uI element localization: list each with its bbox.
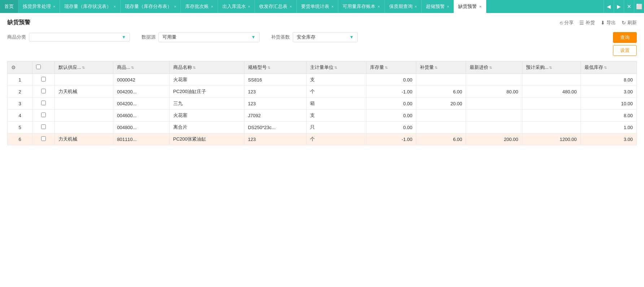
datasource-select[interactable]: 可用量 ▼ bbox=[158, 32, 260, 42]
close-tab-expiry[interactable]: × bbox=[415, 4, 417, 9]
cell-checkbox[interactable] bbox=[32, 110, 55, 122]
cell-index: 2 bbox=[8, 86, 32, 98]
cell-code: 004600... bbox=[113, 110, 169, 122]
sort-price-icon[interactable]: ⇅ bbox=[489, 66, 492, 70]
cell-latest-price: 80.00 bbox=[466, 86, 522, 98]
cell-stock: 0.00 bbox=[366, 110, 416, 122]
cell-min-stock: 3.00 bbox=[580, 86, 636, 98]
cell-index: 6 bbox=[8, 133, 32, 145]
row-checkbox[interactable] bbox=[41, 136, 46, 141]
row-checkbox[interactable] bbox=[41, 77, 46, 81]
sort-replenish-icon[interactable]: ⇅ bbox=[435, 66, 438, 70]
th-settings[interactable]: ⚙ bbox=[8, 61, 32, 74]
tab-collect[interactable]: 收发存汇总表 × bbox=[255, 0, 296, 13]
tab-stock-dist[interactable]: 现存量（库存分布表） × bbox=[121, 0, 181, 13]
cell-name: 火花塞 bbox=[169, 110, 244, 122]
cell-spec: 123 bbox=[244, 133, 306, 145]
table-row: 5 004800... 离合片 DS250*23c... 只 0.00 1.00 bbox=[8, 122, 637, 133]
table-row: 1 0000042 火花塞 SS816 支 0.00 8.00 bbox=[8, 74, 637, 86]
category-select[interactable]: ▼ bbox=[29, 33, 130, 41]
row-checkbox[interactable] bbox=[41, 89, 46, 93]
cell-checkbox[interactable] bbox=[32, 122, 55, 133]
cell-checkbox[interactable] bbox=[32, 74, 55, 86]
table-row: 3 004200... 三九 123 箱 0.00 20.00 10.00 bbox=[8, 98, 637, 110]
datasource-filter-group: 数据源 可用量 ▼ bbox=[142, 32, 260, 42]
page-header: 缺货预警 ⎋ 分享 ☰ 补货 ⬇ 导出 ↻ 刷新 bbox=[7, 19, 637, 26]
cell-spec: J7092 bbox=[244, 110, 306, 122]
tab-maximize-btn[interactable]: ⬜ bbox=[634, 0, 644, 13]
close-tab-batch[interactable]: × bbox=[211, 4, 213, 9]
header-actions: ⎋ 分享 ☰ 补货 ⬇ 导出 ↻ 刷新 bbox=[560, 19, 637, 26]
cell-min-stock: 1.00 bbox=[580, 122, 636, 133]
category-filter-group: 商品分类 ▼ bbox=[7, 33, 130, 41]
tab-home[interactable]: 首页 bbox=[0, 0, 18, 13]
cell-stock: 0.00 bbox=[366, 98, 416, 110]
th-checkbox[interactable] bbox=[32, 61, 55, 74]
sort-name-icon[interactable]: ⇅ bbox=[193, 66, 196, 70]
datasource-chevron-icon: ▼ bbox=[251, 35, 256, 40]
tab-next-btn[interactable]: ▶ bbox=[614, 0, 624, 13]
row-checkbox[interactable] bbox=[41, 112, 46, 117]
tab-exception[interactable]: 拣货异常处理 × bbox=[18, 0, 60, 13]
close-tab-flow[interactable]: × bbox=[248, 4, 250, 9]
tab-expiry[interactable]: 保质期查询 × bbox=[385, 0, 422, 13]
cell-supplier bbox=[55, 122, 113, 133]
tab-batch[interactable]: 库存批次账 × bbox=[181, 0, 218, 13]
export-button[interactable]: ⬇ 导出 bbox=[601, 19, 616, 26]
close-tab-available[interactable]: × bbox=[378, 4, 380, 9]
cell-est-purchase bbox=[522, 74, 580, 86]
cell-stock: -1.00 bbox=[366, 133, 416, 145]
cell-stock: 0.00 bbox=[366, 74, 416, 86]
sort-stock-icon[interactable]: ⇅ bbox=[385, 66, 388, 70]
close-tab-stock-dist[interactable]: × bbox=[174, 4, 176, 9]
tab-prev-btn[interactable]: ◀ bbox=[604, 0, 614, 13]
tab-close-all-btn[interactable]: ✕ bbox=[624, 0, 634, 13]
table-row: 6 力天机械 801110... PC200张紧油缸 123 个 -1.00 6… bbox=[8, 133, 637, 145]
sort-min-stock-icon[interactable]: ⇅ bbox=[604, 66, 607, 70]
cell-checkbox[interactable] bbox=[32, 86, 55, 98]
cell-unit: 个 bbox=[306, 86, 366, 98]
share-button[interactable]: ⎋ 分享 bbox=[560, 19, 574, 26]
close-tab-overstock[interactable]: × bbox=[447, 4, 449, 9]
close-tab-collect[interactable]: × bbox=[290, 4, 292, 9]
settings-button[interactable]: 设置 bbox=[613, 45, 637, 56]
tab-available[interactable]: 可用量库存账本 × bbox=[338, 0, 384, 13]
tab-order-stat[interactable]: 要货单统计表 × bbox=[297, 0, 338, 13]
cell-unit: 箱 bbox=[306, 98, 366, 110]
sort-supplier-icon[interactable]: ⇅ bbox=[82, 66, 85, 70]
row-checkbox[interactable] bbox=[41, 101, 46, 105]
settings-gear-icon[interactable]: ⚙ bbox=[11, 65, 16, 70]
sort-purchase-icon[interactable]: ⇅ bbox=[549, 66, 552, 70]
tab-overstock[interactable]: 超储预警 × bbox=[422, 0, 454, 13]
tab-shortage[interactable]: 缺货预警 × bbox=[454, 0, 486, 13]
cell-index: 1 bbox=[8, 74, 32, 86]
close-tab-order-stat[interactable]: × bbox=[331, 4, 334, 9]
cell-supplier: 力天机械 bbox=[55, 133, 113, 145]
close-tab-shortage[interactable]: × bbox=[479, 4, 481, 9]
sort-code-icon[interactable]: ⇅ bbox=[131, 66, 134, 70]
row-checkbox[interactable] bbox=[41, 124, 46, 129]
cell-checkbox[interactable] bbox=[32, 133, 55, 145]
cell-replenish: 6.00 bbox=[416, 86, 466, 98]
cell-index: 3 bbox=[8, 98, 32, 110]
replenish-button[interactable]: ☰ 补货 bbox=[579, 19, 595, 26]
refresh-button[interactable]: ↻ 刷新 bbox=[622, 19, 637, 26]
tab-bar: 首页 拣货异常处理 × 现存量（库存状况表） × 现存量（库存分布表） × 库存… bbox=[0, 0, 644, 13]
cell-unit: 个 bbox=[306, 133, 366, 145]
close-tab-exception[interactable]: × bbox=[53, 4, 55, 9]
query-button[interactable]: 查询 bbox=[613, 32, 637, 43]
th-stock: 库存量 ⇅ bbox=[366, 61, 416, 74]
tab-flow[interactable]: 出入库流水 × bbox=[218, 0, 255, 13]
sort-unit-icon[interactable]: ⇅ bbox=[334, 66, 337, 70]
sort-spec-icon[interactable]: ⇅ bbox=[267, 66, 270, 70]
cell-checkbox[interactable] bbox=[32, 98, 55, 110]
select-all-checkbox[interactable] bbox=[36, 65, 41, 69]
tab-stock-status[interactable]: 现存量（库存状况表） × bbox=[60, 0, 120, 13]
cell-code: 801110... bbox=[113, 133, 169, 145]
cell-est-purchase bbox=[522, 98, 580, 110]
close-tab-stock-status[interactable]: × bbox=[113, 4, 116, 9]
replenish-base-select[interactable]: 安全库存 ▼ bbox=[293, 32, 358, 42]
th-latest-price: 最新进价 ⇅ bbox=[466, 61, 522, 74]
th-name: 商品名称 ⇅ bbox=[169, 61, 244, 74]
tab-nav-buttons: ◀ ▶ ✕ ⬜ bbox=[604, 0, 644, 13]
